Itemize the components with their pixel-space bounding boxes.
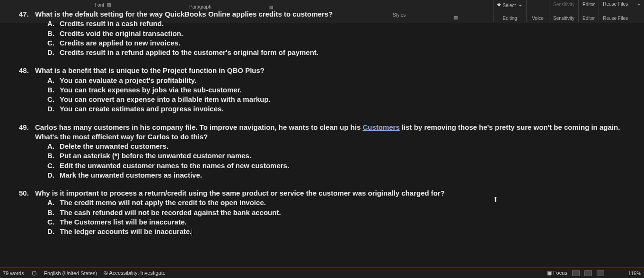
collapse-ribbon-icon[interactable]: ⌄ [636, 0, 641, 7]
accessibility-icon: ✇ [104, 270, 108, 276]
focus-icon: ▣ [547, 270, 552, 276]
print-layout-button[interactable] [584, 270, 592, 276]
option: C.You can convert an expense into a bill… [47, 95, 635, 104]
question-number: 49. [19, 123, 35, 142]
word-count[interactable]: 79 words [3, 270, 24, 276]
option: D.Credits result in a refund applied to … [47, 48, 635, 57]
question-text: Why is it important to process a return/… [35, 188, 445, 198]
question-49-options: A.Delete the unwanted customers. B.Put a… [47, 142, 635, 180]
accessibility-status[interactable]: ✇ Accessibility: Investigate [104, 270, 166, 276]
font-group-label: Font [95, 2, 104, 8]
ribbon-left: Font ▧ [95, 0, 112, 9]
question-50: 50. Why is it important to process a ret… [19, 188, 635, 236]
question-49: 49. Carlos has many customers in his com… [19, 123, 635, 180]
option: D.The ledger accounts will be inaccurate… [47, 227, 635, 236]
option: D.You can create estimates and progress … [47, 104, 635, 114]
read-mode-button[interactable] [572, 270, 580, 276]
option: B.The cash refunded will not be recorded… [47, 208, 635, 217]
focus-mode-button[interactable]: ▣ Focus [547, 270, 567, 276]
option: A.Credits result in a cash refund. [47, 19, 635, 28]
question-number: 50. [19, 188, 35, 198]
question-text: What is a benefit that is unique to the … [35, 66, 265, 75]
chevron-down-icon: ⌄ [519, 2, 522, 7]
option: A.The credit memo will not apply the cre… [47, 198, 635, 207]
option: C.Credits are applied to new invoices. [47, 38, 635, 48]
language-status[interactable]: English (United States) [44, 270, 97, 276]
question-47: 47. What is the default setting for the … [19, 9, 635, 57]
customers-link[interactable]: Customers [362, 123, 399, 131]
cursor-icon: ⌖ [497, 1, 501, 9]
web-layout-button[interactable] [597, 270, 604, 276]
option: B.Put an asterisk (*) before the unwante… [47, 151, 635, 161]
text-caret [192, 229, 192, 236]
option: A.You can evaluate a project's profitabi… [47, 76, 635, 85]
ribbon-paragraph: Paragraph ▧ [189, 0, 274, 9]
question-47-options: A.Credits result in a cash refund. B.Cre… [47, 19, 635, 57]
spellcheck-icon[interactable]: ▢ [31, 270, 37, 277]
document-body[interactable]: 47. What is the default setting for the … [19, 9, 635, 245]
option: C.The Customers list will be inaccurate. [47, 217, 635, 227]
reuse-files-button[interactable]: Reuse Files [603, 2, 628, 7]
status-bar-right: ▣ Focus 116% [547, 270, 641, 276]
question-number: 48. [19, 66, 35, 75]
question-text: What is the default setting for the way … [35, 9, 333, 19]
question-number: 47. [19, 9, 35, 19]
sensitivity-button[interactable]: Sensitivity [553, 2, 574, 7]
paragraph-group-label: Paragraph [189, 4, 212, 9]
option: D.Mark the unwanted customers as inactiv… [47, 170, 635, 180]
ibeam-cursor-icon: I [494, 196, 497, 204]
option: A.Delete the unwanted customers. [47, 142, 635, 151]
option: B.You can track expenses by jobs via the… [47, 85, 635, 95]
select-button[interactable]: ⌖ Select ⌄ [497, 1, 522, 9]
question-text: Carlos has many customers in his company… [35, 123, 635, 142]
font-dialog-launcher-icon[interactable]: ▧ [106, 2, 112, 7]
paragraph-dialog-launcher-icon[interactable]: ▧ [268, 5, 274, 9]
question-48: 48. What is a benefit that is unique to … [19, 66, 635, 114]
editor-button[interactable]: Editor [582, 2, 595, 7]
option: B.Credits void the original transaction. [47, 29, 635, 38]
zoom-level[interactable]: 116% [628, 270, 641, 276]
question-48-options: A.You can evaluate a project's profitabi… [47, 76, 635, 114]
status-bar: 79 words ▢ English (United States) ✇ Acc… [0, 268, 644, 278]
question-50-options: A.The credit memo will not apply the cre… [47, 198, 635, 236]
option: C.Edit the unwanted customer names to th… [47, 161, 635, 170]
